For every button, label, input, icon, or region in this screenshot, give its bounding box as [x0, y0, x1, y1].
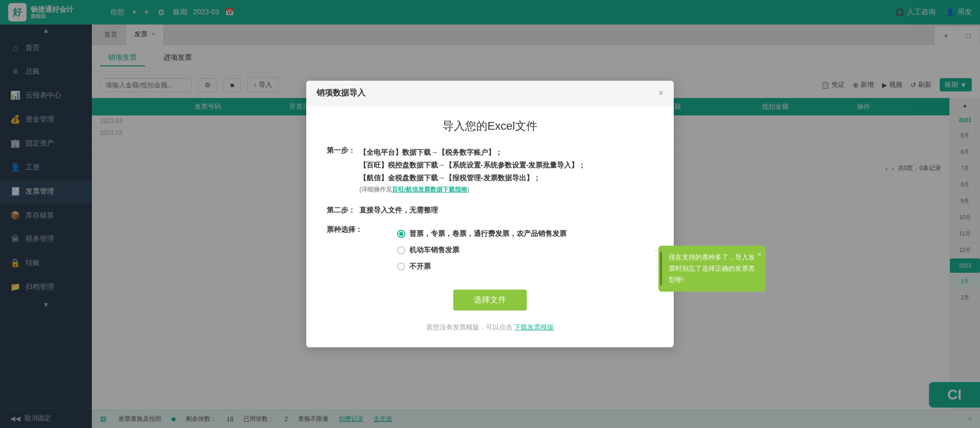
- radio-general-dot: [399, 232, 403, 236]
- radio-general[interactable]: 普票，专票，卷票，通行费发票，农产品销售发票: [397, 229, 567, 239]
- ticket-type-section: 票种选择： 普票，专票，卷票，通行费发票，农产品销售发票 机动车销售发票: [327, 225, 653, 271]
- modal-close-btn[interactable]: ×: [658, 88, 664, 99]
- modal-overlay[interactable]: 销项数据导入 × 导入您的Excel文件 第一步： 【全电平台】数据下载→【税务…: [0, 0, 980, 428]
- modal-header: 销项数据导入 ×: [306, 81, 674, 106]
- bottom-note-prefix: 若您没有发票模版，可以点击: [426, 323, 512, 331]
- tooltip-bubble: × 现在支持的票种多了，导入发票时别忘了选择正确的发票类型呀!: [658, 246, 766, 292]
- step1-line-1: 【全电平台】数据下载→【税务数字账户】；: [359, 146, 585, 159]
- download-template-link[interactable]: 下载发票模版: [514, 323, 554, 331]
- tooltip-text: 现在支持的票种多了，导入发票时别忘了选择正确的发票类型呀!: [669, 253, 755, 283]
- radio-group: 普票，专票，卷票，通行费发票，农产品销售发票 机动车销售发票: [397, 229, 567, 271]
- tooltip-close-btn[interactable]: ×: [757, 249, 762, 261]
- step-2-section: 第二步： 直接导入文件，无需整理: [327, 206, 653, 215]
- ticket-label: 票种选择： 普票，专票，卷票，通行费发票，农产品销售发票 机动车销售发票: [327, 225, 653, 271]
- modal-dialog: 销项数据导入 × 导入您的Excel文件 第一步： 【全电平台】数据下载→【税务…: [306, 81, 674, 347]
- radio-vehicle[interactable]: 机动车销售发票: [397, 246, 567, 255]
- radio-general-circle: [397, 230, 405, 238]
- modal-title: 销项数据导入: [316, 88, 365, 99]
- radio-vehicle-circle: [397, 246, 405, 254]
- step-1-label: 第一步： 【全电平台】数据下载→【税务数字账户】； 【百旺】税控盘数据下载→【系…: [327, 146, 653, 196]
- modal-footer: 选择文件: [327, 281, 653, 315]
- step-1-section: 第一步： 【全电平台】数据下载→【税务数字账户】； 【百旺】税控盘数据下载→【系…: [327, 146, 653, 196]
- select-file-btn[interactable]: 选择文件: [453, 290, 527, 311]
- download-guide-link[interactable]: 百旺/航信发票数据下载指南: [392, 186, 467, 193]
- tooltip-bar: [660, 252, 662, 286]
- step2-content: 直接导入文件，无需整理: [359, 206, 438, 215]
- modal-body: 导入您的Excel文件 第一步： 【全电平台】数据下载→【税务数字账户】； 【百…: [306, 106, 674, 347]
- modal-main-title: 导入您的Excel文件: [327, 118, 653, 134]
- radio-none-circle: [397, 263, 405, 271]
- step1-note: (详细操作见百旺/航信发票数据下载指南): [359, 184, 585, 196]
- modal-bottom-note: 若您没有发票模版，可以点击 下载发票模版: [327, 323, 653, 332]
- step-2-label: 第二步： 直接导入文件，无需整理: [327, 206, 653, 215]
- step1-line-2: 【百旺】税控盘数据下载→【系统设置-系统参数设置-发票批量导入】；: [359, 159, 585, 172]
- radio-none[interactable]: 不开票: [397, 262, 567, 271]
- step1-line-3: 【航信】金税盘数据下载→【报税管理-发票数据导出】；: [359, 172, 585, 184]
